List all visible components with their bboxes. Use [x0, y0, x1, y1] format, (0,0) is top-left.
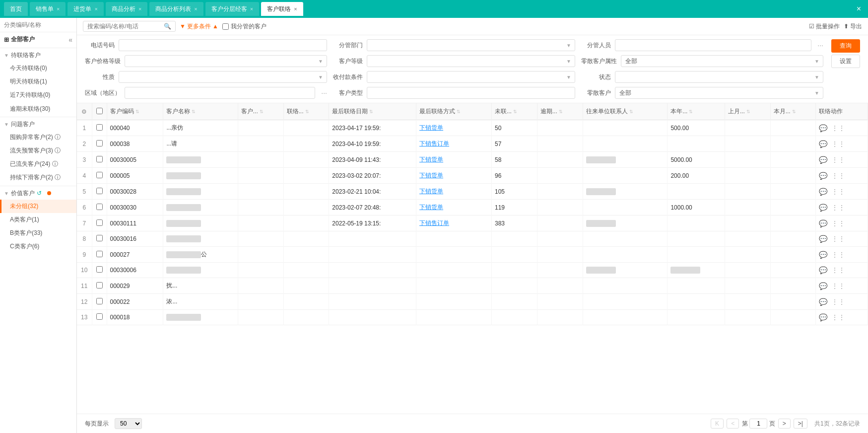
chat-icon[interactable]: 💬	[819, 156, 827, 164]
row-checkbox[interactable]	[96, 251, 103, 257]
problem-customers-group[interactable]: ▼ 问题客户	[0, 118, 76, 131]
declining-item[interactable]: 持续下滑客户(2) ⓘ	[0, 171, 76, 184]
row-checkbox[interactable]	[96, 188, 103, 194]
my-customers-check[interactable]	[222, 23, 229, 30]
row-checkbox[interactable]	[96, 282, 103, 289]
chat-icon[interactable]: 💬	[819, 266, 827, 274]
chat-icon[interactable]: 💬	[819, 204, 827, 212]
chat-icon[interactable]: 💬	[819, 235, 827, 243]
tab-home[interactable]: 首页	[4, 2, 28, 16]
per-page-select[interactable]: 50 100	[115, 418, 142, 429]
prev-page-button[interactable]: <	[727, 419, 739, 429]
more-icon[interactable]: ⋮⋮	[831, 266, 845, 274]
sidebar-search-input[interactable]	[4, 21, 77, 28]
batch-ops-button[interactable]: ☑ 批量操作	[809, 22, 840, 31]
chat-icon[interactable]: 💬	[819, 298, 827, 306]
last-method-link[interactable]: 下销货单	[419, 204, 443, 211]
more-icon[interactable]: ⋮⋮	[831, 140, 845, 148]
customer-type-input[interactable]	[367, 87, 575, 99]
row-checkbox[interactable]	[96, 156, 103, 162]
region-dotdot-icon[interactable]: ···	[321, 89, 327, 97]
more-icon[interactable]: ⋮⋮	[831, 219, 845, 227]
close-sales-tab[interactable]: ×	[57, 6, 60, 12]
last-method-link[interactable]: 下销售订单	[419, 219, 449, 226]
reset-button[interactable]: 设置	[831, 55, 860, 68]
last-method-link[interactable]: 下销售订单	[419, 140, 449, 147]
more-icon[interactable]: ⋮⋮	[831, 282, 845, 290]
refresh-icon[interactable]: ↺	[37, 190, 44, 197]
all-customers-header[interactable]: ⊞ 全部客户 «	[0, 32, 76, 47]
collapse-sidebar-icon[interactable]: «	[68, 36, 72, 44]
last-method-link[interactable]: 下销货单	[419, 124, 443, 131]
a-class-item[interactable]: A类客户(1)	[0, 213, 76, 226]
retail-customer-select[interactable]: 全部	[615, 87, 823, 99]
last-method-link[interactable]: 下销货单	[419, 172, 443, 179]
more-icon[interactable]: ⋮⋮	[831, 235, 845, 243]
row-checkbox[interactable]	[96, 313, 103, 320]
query-button[interactable]: 查询	[831, 39, 860, 53]
row-checkbox[interactable]	[96, 124, 103, 131]
tab-customer-contact[interactable]: 客户联络 ×	[261, 2, 303, 16]
close-goods-analysis-tab[interactable]: ×	[138, 6, 141, 12]
churn-warning-item[interactable]: 流失预警客户(3) ⓘ	[0, 144, 76, 157]
row-checkbox[interactable]	[96, 298, 103, 304]
region-input[interactable]	[125, 87, 315, 99]
chat-icon[interactable]: 💬	[819, 172, 827, 180]
type-col-header[interactable]: 客户...⇅	[238, 103, 283, 120]
value-customers-group[interactable]: ▼ 价值客户 ↺	[0, 187, 76, 200]
next-page-button[interactable]: >	[778, 419, 791, 429]
row-checkbox[interactable]	[96, 172, 103, 178]
last-method-link[interactable]: 下销货单	[419, 156, 443, 163]
close-goods-list-tab[interactable]: ×	[194, 6, 197, 12]
manager-input[interactable]	[615, 39, 811, 51]
phone-input[interactable]	[119, 39, 327, 51]
more-icon[interactable]: ⋮⋮	[831, 204, 845, 212]
unclassified-group-item[interactable]: 未分组(32)	[0, 200, 76, 213]
c-class-item[interactable]: C类客户(6)	[0, 240, 76, 253]
tomorrow-pending-item[interactable]: 明天待联络(1)	[0, 75, 76, 88]
this-month-col-header[interactable]: 本月...⇅	[770, 103, 816, 120]
tab-goods-list[interactable]: 商品分析列表 ×	[149, 2, 203, 16]
close-purchase-tab[interactable]: ×	[94, 6, 97, 12]
search-input[interactable]	[87, 23, 162, 30]
last-method-link[interactable]: 下销货单	[419, 188, 443, 195]
status-select[interactable]	[615, 71, 823, 83]
page-number-input[interactable]	[749, 419, 767, 429]
overdue-col-header[interactable]: 逾期...⇅	[537, 103, 583, 120]
contact-person-col-header[interactable]: 往来单位联系人⇅	[583, 103, 668, 120]
tab-sales[interactable]: 销售单 ×	[30, 2, 66, 16]
nature-select[interactable]	[119, 71, 327, 83]
more-conditions-button[interactable]: ▼ 更多条件 ▲	[180, 22, 218, 31]
uncontacted-col-header[interactable]: 未联...⇅	[491, 103, 537, 120]
close-customer-contact-tab[interactable]: ×	[294, 6, 297, 12]
row-checkbox[interactable]	[96, 266, 103, 273]
close-customer-tier-tab[interactable]: ×	[250, 6, 253, 12]
row-checkbox[interactable]	[96, 140, 103, 146]
select-all-checkbox[interactable]	[96, 108, 103, 114]
chat-icon[interactable]: 💬	[819, 140, 827, 148]
settings-col-header[interactable]: ⚙	[77, 103, 92, 120]
tab-purchase[interactable]: 进货单 ×	[67, 2, 103, 16]
pending-contact-group[interactable]: ▼ 待联络客户	[0, 49, 76, 62]
last-month-col-header[interactable]: 上月...⇅	[725, 103, 770, 120]
more-icon[interactable]: ⋮⋮	[831, 251, 845, 259]
row-checkbox[interactable]	[96, 204, 103, 210]
chat-icon[interactable]: 💬	[819, 188, 827, 196]
retail-attr-select[interactable]: 全部	[621, 55, 823, 67]
first-page-button[interactable]: K	[711, 419, 724, 429]
more-icon[interactable]: ⋮⋮	[831, 172, 845, 180]
row-checkbox[interactable]	[96, 219, 103, 226]
code-col-header[interactable]: 客户编码⇅	[107, 103, 163, 120]
customer-tier-select[interactable]	[367, 55, 575, 67]
last-date-col-header[interactable]: 最后联络日期⇅	[329, 103, 416, 120]
more-icon[interactable]: ⋮⋮	[831, 188, 845, 196]
tab-goods-analysis[interactable]: 商品分析 ×	[106, 2, 147, 16]
more-icon[interactable]: ⋮⋮	[831, 298, 845, 306]
dept-select[interactable]	[367, 39, 575, 51]
global-close-button[interactable]: ×	[854, 4, 864, 13]
today-pending-item[interactable]: 今天待联络(0)	[0, 62, 76, 75]
this-year-col-header[interactable]: 本年...⇅	[668, 103, 725, 120]
payment-select[interactable]	[367, 71, 575, 83]
more-icon[interactable]: ⋮⋮	[831, 313, 845, 321]
row-checkbox[interactable]	[96, 235, 103, 241]
